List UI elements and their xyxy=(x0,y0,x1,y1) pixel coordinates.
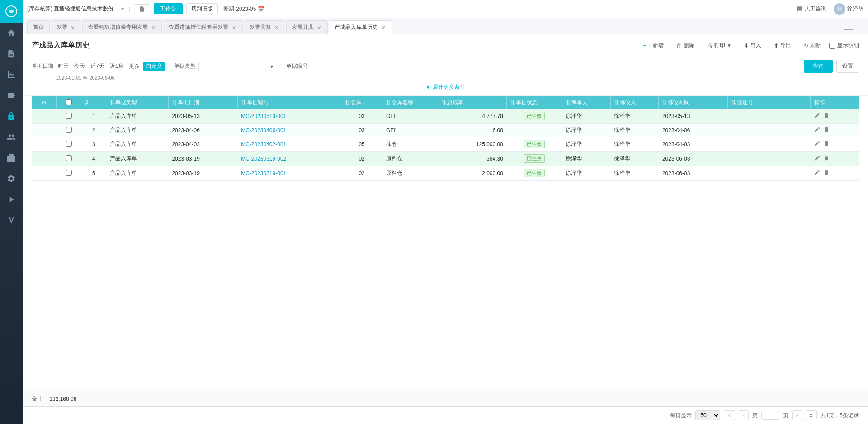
maximize-icon[interactable]: ⛶ xyxy=(856,25,863,33)
row-code-link[interactable]: MC-20230319-002 xyxy=(241,156,286,162)
switch-version-btn[interactable]: 切到旧版 xyxy=(186,3,218,14)
shortcut-1month[interactable]: 近1月 xyxy=(108,62,126,71)
th-modify-time[interactable]: ⇅修改时间 xyxy=(659,96,728,109)
shortcut-today[interactable]: 今天 xyxy=(72,62,87,71)
row-code[interactable]: MC-20230319-002 xyxy=(237,152,341,166)
row-delete-icon[interactable] xyxy=(823,126,830,134)
row-delete-icon[interactable] xyxy=(823,112,830,120)
row-check-cell[interactable] xyxy=(57,137,81,152)
row-code[interactable]: MC-20230406-001 xyxy=(237,124,341,137)
sidebar-item-chart[interactable] xyxy=(0,64,23,85)
export-btn[interactable]: ⬆ 导出 xyxy=(769,40,796,51)
row-code[interactable]: MC-20230513-001 xyxy=(237,109,341,124)
th-cost[interactable]: ⇅总成本 xyxy=(438,96,507,109)
tab-product-history-close[interactable]: × xyxy=(381,24,386,31)
row-edit-icon[interactable] xyxy=(814,126,821,134)
sidebar-item-box[interactable] xyxy=(0,148,23,168)
row-checkbox[interactable] xyxy=(66,155,72,161)
row-check-cell[interactable] xyxy=(57,166,81,181)
sidebar-item-people[interactable] xyxy=(0,127,23,148)
row-code-link[interactable]: MC-20230406-001 xyxy=(241,127,286,133)
show-detail-checkbox[interactable] xyxy=(829,43,835,49)
row-edit-icon[interactable] xyxy=(814,155,821,162)
first-page-btn[interactable]: « xyxy=(724,410,735,420)
row-edit-icon[interactable] xyxy=(814,169,821,177)
th-settings[interactable]: ⚙ xyxy=(32,96,57,109)
page-input[interactable]: 1 xyxy=(761,411,779,420)
delete-btn[interactable]: 🗑 删除 xyxy=(672,40,699,51)
per-page-select[interactable]: 50 20 100 xyxy=(695,410,720,420)
doc-type-btn[interactable] xyxy=(134,4,150,14)
select-all-checkbox[interactable] xyxy=(66,99,72,105)
row-delete-icon[interactable] xyxy=(823,155,830,162)
next-page-btn[interactable]: › xyxy=(792,410,802,420)
tab-invoice-open-close[interactable]: × xyxy=(316,24,322,31)
sidebar-item-lock[interactable] xyxy=(0,106,23,127)
code-input[interactable] xyxy=(311,62,401,71)
prev-page-btn[interactable]: ‹ xyxy=(739,410,749,420)
shortcut-7days[interactable]: 近7天 xyxy=(89,62,106,71)
th-check[interactable] xyxy=(57,96,81,109)
print-btn[interactable]: 🖨 打印 ▼ xyxy=(703,40,736,51)
row-check-cell[interactable] xyxy=(57,152,81,166)
row-edit-icon[interactable] xyxy=(814,112,821,120)
sidebar-item-gear[interactable] xyxy=(0,168,23,189)
minimize-icon[interactable]: — xyxy=(844,24,853,34)
row-checkbox[interactable] xyxy=(66,113,72,119)
tab-purchase-vat[interactable]: 查看进项增值税专用发票 × xyxy=(163,20,242,34)
th-date[interactable]: ⇅单据日期 xyxy=(168,96,237,109)
th-warehouse-name[interactable]: ⇅仓库名称 xyxy=(382,96,438,109)
tab-invoice-close[interactable]: × xyxy=(70,24,75,31)
sidebar-item-home[interactable] xyxy=(0,23,23,43)
row-check-cell[interactable] xyxy=(57,124,81,137)
th-type[interactable]: ⇅单据类型 xyxy=(106,96,168,109)
row-checkbox[interactable] xyxy=(66,170,72,176)
tab-invoice-calc-close[interactable]: × xyxy=(274,24,279,31)
th-status[interactable]: ⇅单据状态 xyxy=(507,96,562,109)
query-btn[interactable]: 查询 xyxy=(804,60,833,73)
row-delete-icon[interactable] xyxy=(823,169,830,177)
tab-invoice-calc[interactable]: 发票测算 × xyxy=(244,20,285,34)
show-detail-toggle[interactable]: 显示明细 xyxy=(829,42,859,49)
type-select[interactable]: ▾ xyxy=(198,62,277,71)
row-code-link[interactable]: MC-20230513-001 xyxy=(241,113,286,119)
settings-icon[interactable]: ⚙ xyxy=(42,100,47,106)
expand-filters-btn[interactable]: ▼ 展开更多条件 xyxy=(425,83,465,91)
tab-sales-vat[interactable]: 查看销项增值税专用发票 × xyxy=(82,20,162,34)
row-checkbox[interactable] xyxy=(66,141,72,147)
th-creator[interactable]: ⇅制单人 xyxy=(562,96,610,109)
sidebar-item-play[interactable] xyxy=(0,189,23,210)
row-check-cell[interactable] xyxy=(57,109,81,124)
sidebar-item-tag[interactable] xyxy=(0,85,23,106)
th-code[interactable]: ⇅单据编号 xyxy=(237,96,341,109)
shortcut-yesterday[interactable]: 昨天 xyxy=(56,62,71,71)
tab-invoice[interactable]: 发票 × xyxy=(51,20,81,34)
sidebar-item-docs[interactable] xyxy=(0,43,23,64)
user-menu[interactable]: 徐 徐泽华 xyxy=(834,3,863,15)
row-code[interactable]: MC-20230319-001 xyxy=(237,166,341,181)
tab-product-history[interactable]: 产成品入库单历史 × xyxy=(329,20,392,34)
shortcut-more[interactable]: 更多 xyxy=(127,62,142,71)
calendar-icon[interactable]: 📅 xyxy=(258,6,264,12)
refresh-btn[interactable]: ↻ 刷新 xyxy=(799,40,826,51)
row-checkbox[interactable] xyxy=(66,127,72,133)
tab-sales-vat-close[interactable]: × xyxy=(151,24,156,31)
row-code-link[interactable]: MC-20230319-001 xyxy=(241,170,286,176)
company-selector[interactable]: (库存核算) 直播轻捷通信息技术股份... ▼ xyxy=(27,5,125,13)
row-delete-icon[interactable] xyxy=(823,140,830,148)
th-warehouse-id[interactable]: ⇅仓库... xyxy=(341,96,382,109)
row-code[interactable]: MC-20230402-001 xyxy=(237,137,341,152)
new-btn[interactable]: + + 新增 xyxy=(639,40,668,51)
row-edit-icon[interactable] xyxy=(814,140,821,148)
row-code-link[interactable]: MC-20230402-001 xyxy=(241,141,286,148)
setting-btn[interactable]: 设置 xyxy=(836,60,859,73)
sidebar-item-v[interactable]: V xyxy=(0,210,23,231)
last-page-btn[interactable]: » xyxy=(806,410,817,420)
tab-home[interactable]: 首页 xyxy=(27,20,50,34)
workbench-btn[interactable]: 工作台 xyxy=(154,3,183,14)
th-modifier[interactable]: ⇅修改人 xyxy=(610,96,659,109)
th-voucher[interactable]: ⇅凭证号 xyxy=(728,96,811,109)
tab-invoice-open[interactable]: 发票开具 × xyxy=(286,20,328,34)
tab-purchase-vat-close[interactable]: × xyxy=(231,24,236,31)
help-btn[interactable]: 人工咨询 xyxy=(797,5,826,13)
